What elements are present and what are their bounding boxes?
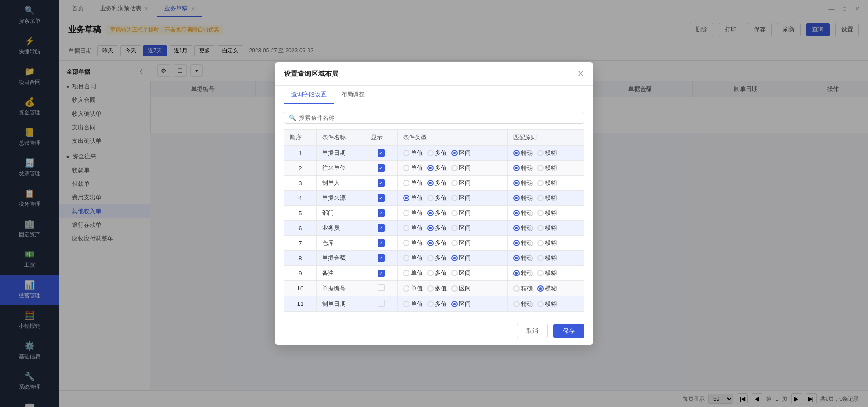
radio-fuzzy[interactable]: 模糊 [537, 209, 557, 217]
radio-multi[interactable]: 多值 [427, 269, 447, 277]
radio-range[interactable]: 区间 [451, 224, 471, 232]
row-show[interactable] [365, 296, 397, 312]
radio-multi[interactable]: 多值 [427, 209, 447, 217]
radio-range[interactable]: 区间 [451, 239, 471, 247]
radio-fuzzy[interactable]: 模糊 [537, 164, 557, 172]
row-match[interactable]: 精确 模糊 [507, 191, 584, 206]
row-type[interactable]: 单值 多值 区间 [397, 176, 507, 191]
radio-exact[interactable]: 精确 [513, 179, 533, 187]
modal-overlay[interactable]: 设置查询区域布局 ✕ 查询字段设置布局调整 🔍 顺序条件名称显示条件类型匹配原则… [0, 0, 868, 407]
radio-multi[interactable]: 多值 [427, 285, 447, 293]
show-checkbox[interactable]: ✓ [378, 179, 385, 187]
radio-single[interactable]: 单值 [403, 285, 423, 293]
row-type[interactable]: 单值 多值 区间 [397, 251, 507, 266]
row-show[interactable]: ✓ [365, 251, 397, 266]
radio-fuzzy[interactable]: 模糊 [537, 194, 557, 202]
radio-exact[interactable]: 精确 [513, 300, 533, 308]
radio-exact[interactable]: 精确 [513, 164, 533, 172]
show-checkbox[interactable]: ✓ [378, 224, 385, 232]
radio-range[interactable]: 区间 [451, 254, 471, 262]
radio-multi[interactable]: 多值 [427, 224, 447, 232]
radio-fuzzy[interactable]: 模糊 [537, 285, 557, 293]
modal-save-btn[interactable]: 保存 [553, 324, 584, 338]
row-match[interactable]: 精确 模糊 [507, 251, 584, 266]
show-checkbox[interactable]: ✓ [378, 149, 385, 157]
radio-exact[interactable]: 精确 [513, 149, 533, 157]
row-match[interactable]: 精确 模糊 [507, 221, 584, 236]
modal-search-input[interactable] [299, 114, 579, 121]
radio-range[interactable]: 区间 [451, 179, 471, 187]
radio-exact[interactable]: 精确 [513, 209, 533, 217]
row-show[interactable]: ✓ [365, 176, 397, 191]
radio-fuzzy[interactable]: 模糊 [537, 300, 557, 308]
row-show[interactable]: ✓ [365, 146, 397, 161]
radio-exact[interactable]: 精确 [513, 239, 533, 247]
modal-tab-layout[interactable]: 布局调整 [334, 86, 372, 104]
row-match[interactable]: 精确 模糊 [507, 236, 584, 251]
show-checkbox[interactable]: ✓ [378, 254, 385, 262]
radio-single[interactable]: 单值 [403, 164, 423, 172]
row-show[interactable]: ✓ [365, 161, 397, 176]
show-checkbox[interactable] [378, 300, 385, 307]
radio-single[interactable]: 单值 [403, 224, 423, 232]
radio-single[interactable]: 单值 [403, 194, 423, 202]
row-type[interactable]: 单值 多值 区间 [397, 206, 507, 221]
radio-fuzzy[interactable]: 模糊 [537, 224, 557, 232]
radio-multi[interactable]: 多值 [427, 254, 447, 262]
row-match[interactable]: 精确 模糊 [507, 266, 584, 281]
modal-cancel-btn[interactable]: 取消 [517, 324, 548, 338]
row-show[interactable]: ✓ [365, 266, 397, 281]
show-checkbox[interactable]: ✓ [378, 270, 385, 277]
row-match[interactable]: 精确 模糊 [507, 281, 584, 296]
radio-exact[interactable]: 精确 [513, 254, 533, 262]
radio-fuzzy[interactable]: 模糊 [537, 179, 557, 187]
radio-single[interactable]: 单值 [403, 209, 423, 217]
radio-exact[interactable]: 精确 [513, 285, 533, 293]
modal-close-btn[interactable]: ✕ [577, 69, 584, 79]
row-show[interactable]: ✓ [365, 221, 397, 236]
radio-single[interactable]: 单值 [403, 239, 423, 247]
modal-tab-fields[interactable]: 查询字段设置 [284, 86, 334, 104]
radio-multi[interactable]: 多值 [427, 194, 447, 202]
radio-multi[interactable]: 多值 [427, 149, 447, 157]
show-checkbox[interactable]: ✓ [378, 194, 385, 202]
radio-multi[interactable]: 多值 [427, 179, 447, 187]
radio-exact[interactable]: 精确 [513, 194, 533, 202]
radio-range[interactable]: 区间 [451, 300, 471, 308]
row-match[interactable]: 精确 模糊 [507, 146, 584, 161]
row-show[interactable]: ✓ [365, 236, 397, 251]
row-type[interactable]: 单值 多值 区间 [397, 266, 507, 281]
radio-single[interactable]: 单值 [403, 149, 423, 157]
row-match[interactable]: 精确 模糊 [507, 161, 584, 176]
radio-range[interactable]: 区间 [451, 164, 471, 172]
radio-exact[interactable]: 精确 [513, 224, 533, 232]
radio-range[interactable]: 区间 [451, 285, 471, 293]
radio-range[interactable]: 区间 [451, 269, 471, 277]
radio-single[interactable]: 单值 [403, 269, 423, 277]
show-checkbox[interactable]: ✓ [378, 209, 385, 217]
radio-single[interactable]: 单值 [403, 300, 423, 308]
row-match[interactable]: 精确 模糊 [507, 296, 584, 312]
radio-fuzzy[interactable]: 模糊 [537, 239, 557, 247]
radio-range[interactable]: 区间 [451, 209, 471, 217]
row-show[interactable] [365, 281, 397, 296]
radio-fuzzy[interactable]: 模糊 [537, 254, 557, 262]
show-checkbox[interactable]: ✓ [378, 164, 385, 172]
show-checkbox[interactable] [378, 284, 385, 291]
radio-range[interactable]: 区间 [451, 194, 471, 202]
radio-single[interactable]: 单值 [403, 179, 423, 187]
radio-single[interactable]: 单值 [403, 254, 423, 262]
row-type[interactable]: 单值 多值 区间 [397, 221, 507, 236]
radio-range[interactable]: 区间 [451, 149, 471, 157]
row-type[interactable]: 单值 多值 区间 [397, 146, 507, 161]
radio-multi[interactable]: 多值 [427, 164, 447, 172]
radio-multi[interactable]: 多值 [427, 239, 447, 247]
row-type[interactable]: 单值 多值 区间 [397, 296, 507, 312]
radio-fuzzy[interactable]: 模糊 [537, 149, 557, 157]
row-show[interactable]: ✓ [365, 191, 397, 206]
row-type[interactable]: 单值 多值 区间 [397, 281, 507, 296]
row-type[interactable]: 单值 多值 区间 [397, 161, 507, 176]
radio-fuzzy[interactable]: 模糊 [537, 269, 557, 277]
row-match[interactable]: 精确 模糊 [507, 176, 584, 191]
row-match[interactable]: 精确 模糊 [507, 206, 584, 221]
